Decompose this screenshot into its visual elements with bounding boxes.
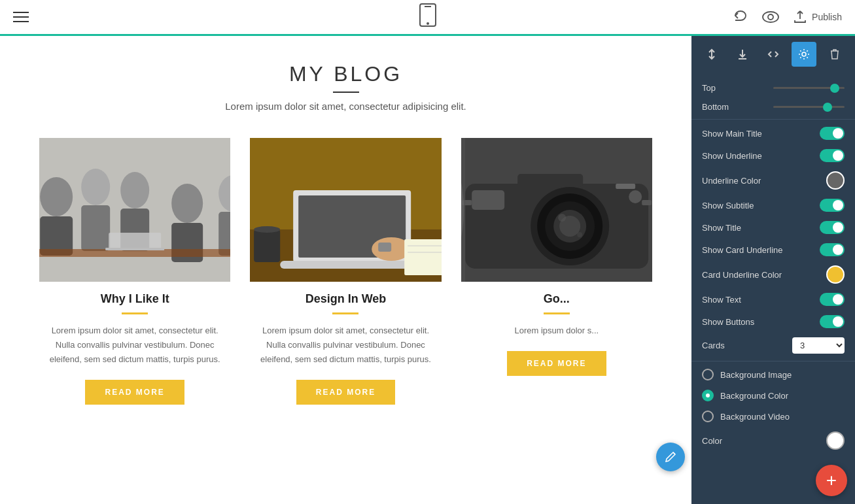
bottom-slider-row: Bottom bbox=[691, 97, 855, 116]
card-3-underline bbox=[544, 312, 570, 314]
svg-point-4 bbox=[768, 14, 773, 20]
tool-delete[interactable] bbox=[822, 42, 847, 67]
show-card-underline-toggle[interactable] bbox=[820, 243, 845, 256]
cards-select[interactable]: 3 1 2 4 bbox=[792, 337, 845, 354]
show-title-row: Show Title bbox=[691, 216, 855, 239]
svg-point-3 bbox=[763, 12, 778, 22]
top-label: Top bbox=[702, 83, 773, 93]
svg-rect-50 bbox=[642, 200, 652, 205]
toolbar bbox=[691, 36, 855, 72]
add-icon: + bbox=[826, 471, 837, 490]
show-card-underline-label: Show Card Underline bbox=[702, 245, 820, 255]
top-slider-row: Top bbox=[691, 78, 855, 97]
hamburger-menu[interactable] bbox=[13, 12, 29, 22]
show-subtitle-row: Show Subtitle bbox=[691, 194, 855, 216]
edit-fab-button[interactable] bbox=[656, 443, 685, 471]
header: Publish bbox=[0, 0, 855, 36]
show-main-title-row: Show Main Title bbox=[691, 122, 855, 144]
svg-rect-30 bbox=[254, 229, 280, 262]
header-right: Publish bbox=[733, 9, 842, 25]
card-2-button[interactable]: READ MORE bbox=[296, 380, 395, 405]
svg-line-53 bbox=[673, 452, 675, 454]
show-text-toggle[interactable] bbox=[820, 293, 845, 306]
svg-point-31 bbox=[254, 226, 280, 233]
cards-label: Cards bbox=[702, 341, 792, 350]
svg-rect-33 bbox=[404, 239, 441, 275]
svg-point-17 bbox=[171, 184, 203, 223]
blog-subtitle: Lorem ipsum dolor sit amet, consectetur … bbox=[39, 101, 652, 112]
show-buttons-toggle[interactable] bbox=[820, 315, 845, 328]
publish-button[interactable]: Publish bbox=[792, 9, 842, 25]
main-content: MY BLOG Lorem ipsum dolor sit amet, cons… bbox=[0, 36, 691, 504]
top-slider[interactable] bbox=[773, 87, 845, 89]
bottom-label: Bottom bbox=[702, 102, 773, 112]
add-fab-button[interactable]: + bbox=[816, 465, 847, 496]
card-underline-color-label: Card Underline Color bbox=[702, 270, 826, 280]
bottom-slider[interactable] bbox=[773, 106, 845, 108]
color-label: Color bbox=[702, 436, 826, 446]
card-3-text: Lorem ipsum dolor s... bbox=[468, 324, 646, 338]
card-2-image bbox=[250, 138, 441, 282]
card-3: Go... Lorem ipsum dolor s... READ MORE bbox=[461, 138, 652, 415]
card-1: Why I Like It Lorem ipsum dolor sit amet… bbox=[39, 138, 230, 415]
bg-video-radio[interactable] bbox=[702, 411, 714, 422]
card-3-button[interactable]: READ MORE bbox=[507, 351, 606, 376]
show-underline-row: Show Underline bbox=[691, 144, 855, 167]
show-underline-label: Show Underline bbox=[702, 151, 820, 161]
show-main-title-label: Show Main Title bbox=[702, 129, 820, 139]
card-1-body: Why I Like It Lorem ipsum dolor sit amet… bbox=[39, 282, 230, 415]
show-subtitle-toggle[interactable] bbox=[820, 199, 845, 212]
card-2-text: Lorem ipsum dolor sit amet, consectetur … bbox=[256, 324, 434, 367]
blog-title: MY BLOG bbox=[39, 62, 652, 86]
underline-color-label: Underline Color bbox=[702, 176, 826, 186]
bg-image-label: Background Image bbox=[720, 370, 792, 380]
card-3-image bbox=[461, 138, 652, 282]
card-1-image bbox=[39, 138, 230, 282]
card-2-body: Design In Web Lorem ipsum dolor sit amet… bbox=[250, 282, 441, 415]
svg-point-43 bbox=[558, 214, 566, 222]
show-card-underline-row: Show Card Underline bbox=[691, 239, 855, 261]
bg-color-radio[interactable] bbox=[702, 390, 714, 401]
show-text-row: Show Text bbox=[691, 288, 855, 311]
blog-header: MY BLOG Lorem ipsum dolor sit amet, cons… bbox=[39, 62, 652, 112]
svg-rect-32 bbox=[378, 243, 391, 252]
card-underline-color-swatch[interactable] bbox=[826, 265, 845, 284]
svg-point-1 bbox=[427, 22, 429, 25]
tool-code[interactable] bbox=[761, 42, 786, 67]
svg-rect-28 bbox=[280, 261, 424, 269]
svg-rect-23 bbox=[105, 248, 164, 250]
card-1-underline bbox=[122, 312, 148, 314]
cards-row: Cards 3 1 2 4 bbox=[691, 333, 855, 358]
bg-video-row: Background Video bbox=[691, 406, 855, 427]
undo-button[interactable] bbox=[733, 9, 749, 25]
show-buttons-row: Show Buttons bbox=[691, 311, 855, 333]
mobile-preview-icon[interactable] bbox=[419, 3, 437, 31]
svg-point-9 bbox=[802, 52, 806, 56]
underline-color-swatch[interactable] bbox=[826, 171, 845, 190]
svg-rect-14 bbox=[81, 205, 110, 251]
color-swatch[interactable] bbox=[826, 431, 845, 450]
publish-label: Publish bbox=[812, 12, 842, 22]
bg-video-label: Background Video bbox=[720, 412, 790, 422]
svg-point-15 bbox=[120, 172, 149, 209]
tool-reorder[interactable] bbox=[699, 42, 724, 67]
svg-rect-20 bbox=[218, 212, 230, 256]
show-underline-toggle[interactable] bbox=[820, 149, 845, 162]
cards-grid: Why I Like It Lorem ipsum dolor sit amet… bbox=[39, 138, 652, 415]
card-2-underline bbox=[332, 312, 358, 314]
blog-underline bbox=[333, 92, 359, 93]
card-2: Design In Web Lorem ipsum dolor sit amet… bbox=[250, 138, 441, 415]
card-1-text: Lorem ipsum dolor sit amet, consectetur … bbox=[46, 324, 224, 367]
tool-settings[interactable] bbox=[792, 42, 816, 67]
svg-point-11 bbox=[40, 177, 73, 216]
show-buttons-label: Show Buttons bbox=[702, 317, 820, 327]
tool-download[interactable] bbox=[730, 42, 755, 67]
show-main-title-toggle[interactable] bbox=[820, 127, 845, 140]
card-2-title: Design In Web bbox=[256, 292, 434, 306]
bg-image-radio[interactable] bbox=[702, 369, 714, 380]
preview-button[interactable] bbox=[762, 10, 779, 24]
card-1-button[interactable]: READ MORE bbox=[85, 380, 184, 405]
show-title-toggle[interactable] bbox=[820, 221, 845, 234]
header-center bbox=[419, 3, 437, 31]
color-row: Color bbox=[691, 427, 855, 454]
